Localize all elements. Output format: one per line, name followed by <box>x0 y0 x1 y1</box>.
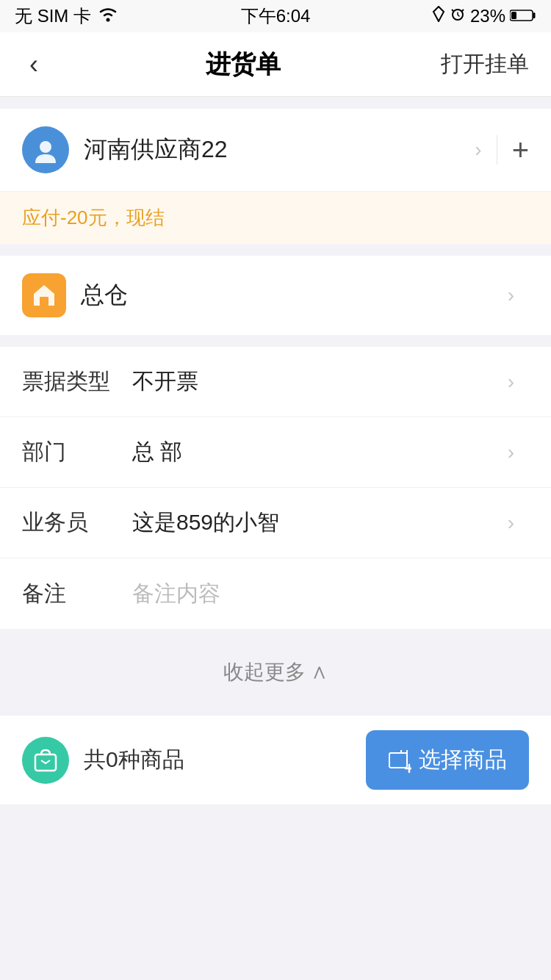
notice-bar: 应付-20元，现结 <box>0 192 551 244</box>
select-product-label: 选择商品 <box>419 745 507 775</box>
warehouse-chevron-icon: › <box>508 284 514 307</box>
alarm-icon <box>450 6 466 26</box>
dept-chevron-icon: › <box>508 441 514 464</box>
status-bar: 无 SIM 卡 下午6:04 23% <box>0 0 551 32</box>
warehouse-name: 总仓 <box>81 279 508 311</box>
salesman-chevron-icon: › <box>508 511 514 535</box>
form-section: 票据类型 不开票 › 部门 总 部 › 业务员 这是859的小智 › 备注 备注… <box>0 347 551 629</box>
supplier-name: 河南供应商22 <box>84 134 475 166</box>
warehouse-icon <box>22 273 66 317</box>
warehouse-row[interactable]: 总仓 › <box>0 256 551 335</box>
divider <box>497 135 497 165</box>
dept-row[interactable]: 部门 总 部 › <box>0 417 551 488</box>
remark-row[interactable]: 备注 备注内容 <box>0 558 551 629</box>
notice-text: 应付-20元，现结 <box>22 206 165 228</box>
salesman-label: 业务员 <box>22 508 118 538</box>
dept-value: 总 部 <box>118 437 508 467</box>
nav-bar: ‹ 进货单 打开挂单 <box>0 32 551 97</box>
svg-point-5 <box>40 141 51 153</box>
battery-text: 23% <box>470 6 505 26</box>
svg-rect-4 <box>511 12 516 19</box>
invoice-value: 不开票 <box>118 367 508 397</box>
status-time: 下午6:04 <box>241 4 311 28</box>
supplier-row[interactable]: 河南供应商22 › + <box>0 109 551 192</box>
location-icon <box>432 6 445 26</box>
invoice-row[interactable]: 票据类型 不开票 › <box>0 347 551 417</box>
content: 河南供应商22 › + 应付-20元，现结 总仓 › 票据类型 不开票 <box>0 97 551 980</box>
dept-label: 部门 <box>22 437 118 467</box>
back-button[interactable]: ‹ <box>22 42 46 87</box>
svg-rect-3 <box>533 12 536 18</box>
invoice-label: 票据类型 <box>22 367 118 397</box>
separator-top <box>0 97 551 109</box>
remark-input[interactable]: 备注内容 <box>118 579 529 609</box>
bottom-bar: 共0种商品 选择商品 <box>0 716 551 804</box>
svg-rect-6 <box>40 297 48 306</box>
select-product-icon <box>388 746 411 774</box>
product-count-text: 共0种商品 <box>84 745 351 775</box>
wifi-icon <box>97 6 119 26</box>
gray-fill <box>0 804 551 980</box>
product-icon <box>22 737 69 784</box>
svg-point-0 <box>107 18 110 22</box>
supplier-card: 河南供应商22 › + 应付-20元，现结 <box>0 109 551 244</box>
carrier-text: 无 SIM 卡 <box>15 4 91 28</box>
supplier-avatar <box>22 126 69 173</box>
warehouse-card: 总仓 › <box>0 256 551 335</box>
add-button[interactable]: + <box>512 134 529 167</box>
invoice-chevron-icon: › <box>508 370 514 394</box>
svg-rect-8 <box>389 753 407 768</box>
status-left: 无 SIM 卡 <box>15 4 119 28</box>
salesman-row[interactable]: 业务员 这是859的小智 › <box>0 488 551 558</box>
remark-label: 备注 <box>22 579 118 609</box>
select-product-button[interactable]: 选择商品 <box>366 730 529 790</box>
battery-icon <box>510 6 536 26</box>
collapse-button[interactable]: 收起更多 ∧ <box>0 641 551 704</box>
page-title: 进货单 <box>206 48 281 82</box>
status-right: 23% <box>432 6 536 26</box>
salesman-value: 这是859的小智 <box>118 508 508 538</box>
supplier-chevron-icon: › <box>475 138 481 162</box>
open-pending-button[interactable]: 打开挂单 <box>441 49 529 79</box>
